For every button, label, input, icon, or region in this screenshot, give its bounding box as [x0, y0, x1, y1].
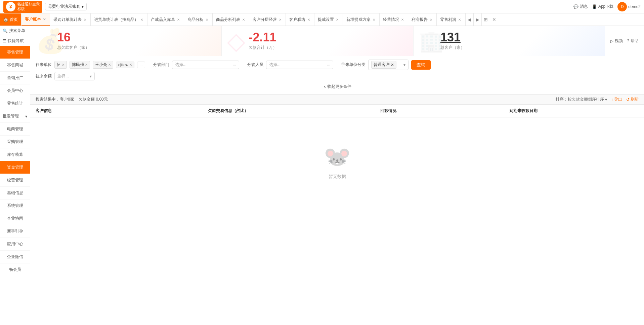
table-col-debt-info: 欠款交易信息（占比） [208, 108, 380, 114]
sidebar-item-new-user[interactable]: 新手引导 [0, 225, 30, 238]
person-select[interactable]: 选择... ··· [266, 61, 333, 69]
tab-new-achievement[interactable]: 新增提成方案 ✕ [343, 13, 380, 26]
empty-label: 暂无数据 [329, 174, 346, 180]
sort-chevron-icon: ▾ [605, 97, 607, 102]
query-button[interactable]: 查询 [411, 60, 431, 70]
refresh-btn[interactable]: ↺ 刷新 [626, 97, 639, 102]
tab-inbound-stats[interactable]: 进货单统计表（按商品） ✕ [91, 13, 147, 26]
sidebar-item-wholesale[interactable]: 批发管理 ▾ [0, 110, 30, 123]
phone-icon: 📱 [592, 4, 597, 9]
logo-line1: 畅捷通好生意 [17, 2, 40, 6]
sidebar-item-marketing[interactable]: 营销推广 [0, 72, 30, 84]
sidebar-item-operations[interactable]: 经营管理 [0, 174, 30, 187]
message-btn[interactable]: 💬 消息 [573, 4, 588, 9]
tab-close-promotion[interactable]: ✕ [335, 18, 339, 22]
collapse-btn[interactable]: ∧ 收起更多条件 [323, 84, 351, 89]
tab-profit-report[interactable]: 利润报告 ✕ [408, 13, 437, 26]
account-selector[interactable]: 母婴行业演示账套 ▾ [45, 3, 87, 10]
tab-prev-btn[interactable]: ◀ [465, 13, 473, 26]
logo-area: ¥ 畅捷通好生意 标版 [3, 1, 42, 13]
sidebar-item-app-center[interactable]: 应用中心 [0, 238, 30, 251]
sidebar-item-ecommerce[interactable]: 电商管理 [0, 123, 30, 136]
tab-close-retail-profit[interactable]: ✕ [458, 18, 462, 22]
filter-tag-cjttcw-close[interactable]: ✕ [129, 63, 132, 67]
sort-label: 排序：按欠款金额倒序排序 [556, 97, 604, 102]
filter-tag-chen-close[interactable]: ✕ [85, 63, 88, 67]
table-container: 客户信息 欠款交易信息（占比） 回款情况 到期未收款日期 🐭 暂无数据 [30, 105, 644, 325]
user-btn[interactable]: D demo2 [617, 2, 641, 11]
tab-retail-profit[interactable]: 零售利润 ✕ [437, 13, 465, 26]
tab-customer-contact[interactable]: 客户联络 ✕ [286, 13, 314, 26]
sort-select[interactable]: 排序：按欠款金额倒序排序 ▾ [556, 97, 607, 102]
tab-business-status[interactable]: 经营情况 ✕ [380, 13, 408, 26]
stat-card-debt: ◇ -2.11 欠款合计（万） [222, 26, 413, 56]
classify-chevron-icon: ▾ [403, 63, 405, 67]
dept-select[interactable]: 选择... ··· [172, 61, 239, 69]
balance-select[interactable]: 选择... ▾ [54, 72, 95, 80]
filter-tag-wang: 王小亮 ✕ [93, 61, 113, 69]
tab-close-accounts[interactable]: ✕ [42, 17, 46, 21]
tab-product-analysis-list[interactable]: 商品分析列表 ✕ [213, 13, 249, 26]
tab-customer-segments[interactable]: 客户分层经营 ✕ [249, 13, 286, 26]
filter-tag-cjttcw: cjttcw ✕ [116, 62, 134, 68]
avatar: D [617, 2, 627, 11]
tab-next-btn[interactable]: ▶ [473, 13, 481, 26]
classify-select[interactable]: 普通客户 ✕ ▾ [368, 60, 409, 70]
filter-tag-wang-close[interactable]: ✕ [108, 63, 111, 67]
help-icon: ? [627, 39, 629, 43]
tab-purchase-orders[interactable]: 采购订单统计表 ✕ [50, 13, 91, 26]
nav-icon: ☰ [3, 39, 6, 43]
classify-tag-close[interactable]: ✕ [391, 63, 394, 67]
sidebar-item-system[interactable]: 系统管理 [0, 200, 30, 212]
filter-tag-wu-close[interactable]: ✕ [62, 63, 65, 67]
tab-close-business[interactable]: ✕ [400, 18, 404, 22]
tab-close-profit[interactable]: ✕ [429, 18, 433, 22]
diamond-icon: ◇ [227, 28, 245, 54]
sidebar-quick-nav[interactable]: ☰ 快捷导航 [0, 36, 30, 46]
sidebar-item-retail-mall[interactable]: 零售商城 [0, 59, 30, 72]
tab-close-segments[interactable]: ✕ [278, 18, 282, 22]
more-units-btn[interactable]: ... [137, 62, 145, 68]
sidebar-item-retail[interactable]: 零售管理 [0, 46, 30, 59]
sidebar-item-retail-stats[interactable]: 零售统计 [0, 97, 30, 110]
sidebar-search[interactable]: 🔍 搜索菜单 [0, 26, 30, 36]
tab-close-inbound[interactable]: ✕ [140, 18, 144, 22]
tab-close-analysis-list[interactable]: ✕ [242, 18, 246, 22]
tab-accounts[interactable]: 客户账本 ✕ [22, 13, 50, 26]
tab-expand-btn[interactable]: ⊞ [481, 13, 490, 26]
tab-promotion-settings[interactable]: 提成设置 ✕ [314, 13, 343, 26]
filter-tag-wu: 伍 ✕ [54, 61, 67, 69]
tab-close-contact[interactable]: ✕ [307, 18, 311, 22]
filter-tag-chen: 陈民强 ✕ [70, 61, 90, 69]
refresh-icon: ↺ [626, 97, 630, 102]
tab-home[interactable]: 🏠 首页 [0, 13, 22, 26]
help-btn[interactable]: ? 帮助 [627, 38, 639, 44]
app-download-btn[interactable]: 📱 App下载 [592, 4, 613, 9]
main-layout: 🔍 搜索菜单 ☰ 快捷导航 零售管理 零售商城 营销推广 会员中心 零售统计 批… [0, 26, 644, 325]
video-btn[interactable]: ▷ 视频 [610, 38, 623, 44]
sidebar-item-enterprise-coop[interactable]: 企业协同 [0, 212, 30, 225]
home-icon: 🏠 [3, 17, 8, 22]
sidebar-item-purchase[interactable]: 采购管理 [0, 136, 30, 148]
tab-close-achievement[interactable]: ✕ [372, 18, 376, 22]
sidebar-item-finance[interactable]: 资金管理 [0, 161, 30, 174]
classify-filter-label: 往来单位分类 [341, 62, 366, 68]
results-bar: 搜索结果中，客户0家 欠款金额 0.00元 排序：按欠款金额倒序排序 ▾ ↑ 导… [30, 95, 644, 105]
stat-value-debt: -2.11 [249, 31, 277, 43]
tab-close-product-inbound[interactable]: ✕ [176, 18, 180, 22]
tab-product-inbound[interactable]: 产成品入库单 ✕ [147, 13, 184, 26]
tab-close-purchase[interactable]: ✕ [83, 18, 87, 22]
sidebar-item-vip-member[interactable]: 畅会员 [0, 263, 30, 276]
tab-close-all-btn[interactable]: ✕ [490, 13, 498, 26]
sidebar-item-inventory[interactable]: 库存核算 [0, 148, 30, 161]
results-actions: 排序：按欠款金额倒序排序 ▾ ↑ 导出 ↺ 刷新 [556, 97, 639, 102]
sidebar-item-enterprise-wechat[interactable]: 企业微信 [0, 251, 30, 263]
export-btn[interactable]: ↑ 导出 [611, 97, 622, 102]
table-col-repayment: 回款情况 [380, 108, 510, 114]
tab-close-product-analysis[interactable]: ✕ [205, 18, 209, 22]
tab-product-analysis[interactable]: 商品分析 ✕ [184, 13, 213, 26]
sidebar-item-member[interactable]: 会员中心 [0, 84, 30, 97]
empty-mascot-icon: 🐭 [324, 144, 351, 170]
top-bar-right: 💬 消息 📱 App下载 D demo2 [573, 2, 641, 11]
sidebar-item-basics[interactable]: 基础信息 [0, 187, 30, 200]
